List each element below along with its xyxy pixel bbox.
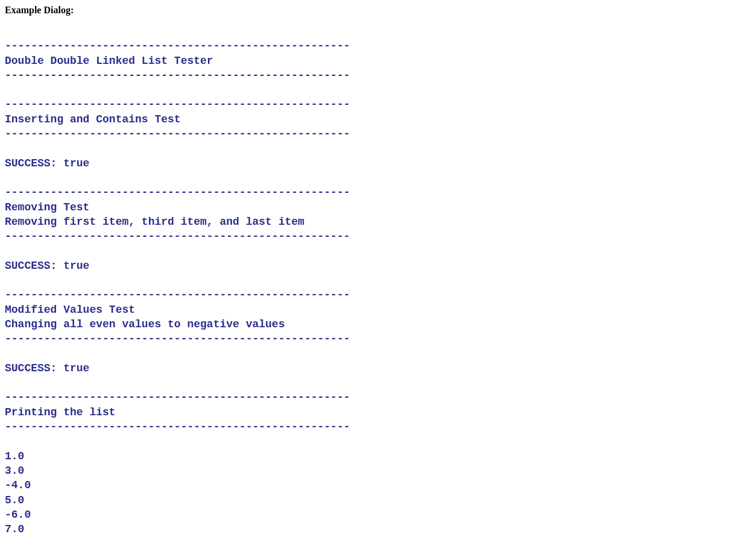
- removing-test-subtitle: Removing first item, third item, and las…: [5, 216, 304, 228]
- success-line: SUCCESS: true: [5, 260, 89, 272]
- insert-test-title: Inserting and Contains Test: [5, 113, 181, 125]
- title-line: Double Double Linked List Tester: [5, 55, 213, 67]
- divider: ----------------------------------------…: [5, 333, 350, 345]
- divider: ----------------------------------------…: [5, 421, 350, 433]
- divider: ----------------------------------------…: [5, 40, 350, 52]
- success-line: SUCCESS: true: [5, 157, 89, 169]
- divider: ----------------------------------------…: [5, 186, 350, 198]
- success-line: SUCCESS: true: [5, 362, 89, 374]
- modified-subtitle: Changing all even values to negative val…: [5, 318, 285, 330]
- divider: ----------------------------------------…: [5, 69, 350, 81]
- divider: ----------------------------------------…: [5, 230, 350, 242]
- list-value: 5.0: [5, 494, 24, 506]
- list-value: -6.0: [5, 509, 31, 521]
- removing-test-title: Removing Test: [5, 201, 89, 213]
- list-value: 1.0: [5, 450, 24, 462]
- printing-title: Printing the list: [5, 406, 116, 418]
- list-value: -4.0: [5, 479, 31, 491]
- divider: ----------------------------------------…: [5, 391, 350, 403]
- modified-title: Modified Values Test: [5, 304, 135, 316]
- list-value: 3.0: [5, 465, 24, 477]
- divider: ----------------------------------------…: [5, 128, 350, 140]
- terminal-output: ----------------------------------------…: [5, 24, 756, 537]
- divider: ----------------------------------------…: [5, 289, 350, 301]
- example-dialog-heading: Example Dialog:: [5, 5, 756, 16]
- list-value: 7.0: [5, 523, 24, 535]
- divider: ----------------------------------------…: [5, 98, 350, 110]
